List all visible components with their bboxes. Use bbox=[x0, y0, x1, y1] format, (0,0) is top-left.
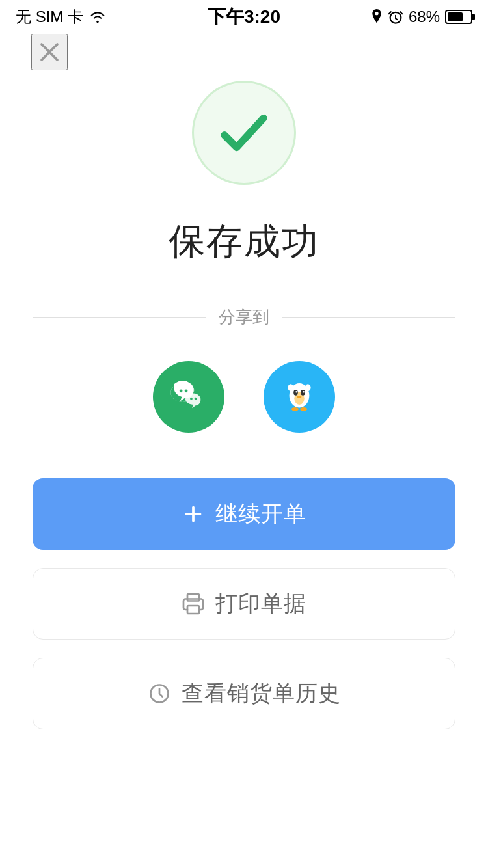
svg-point-12 bbox=[293, 390, 298, 396]
printer-icon bbox=[182, 592, 205, 616]
wechat-share-button[interactable] bbox=[153, 361, 224, 433]
status-bar: 无 SIM 卡 下午3:20 68% bbox=[0, 0, 488, 29]
svg-point-6 bbox=[185, 389, 188, 392]
qq-icon bbox=[278, 375, 321, 418]
qq-share-button[interactable] bbox=[264, 361, 335, 433]
battery-icon bbox=[445, 10, 472, 24]
status-bar-time: 下午3:20 bbox=[208, 5, 280, 29]
history-label: 查看销货单历史 bbox=[182, 679, 341, 709]
svg-rect-23 bbox=[187, 594, 199, 601]
checkmark-icon bbox=[215, 103, 273, 162]
svg-point-17 bbox=[291, 407, 299, 411]
alarm-icon bbox=[388, 9, 403, 25]
svg-point-16 bbox=[297, 396, 302, 398]
history-button[interactable]: 查看销货单历史 bbox=[33, 658, 455, 729]
share-row bbox=[153, 361, 335, 433]
wechat-icon bbox=[167, 375, 210, 418]
share-label: 分享到 bbox=[219, 306, 269, 329]
plus-icon bbox=[182, 502, 205, 526]
continue-order-button[interactable]: 继续开单 bbox=[33, 478, 455, 550]
actions-section: 继续开单 打印单据 查看销货单历史 bbox=[33, 478, 455, 729]
carrier-text: 无 SIM 卡 bbox=[16, 7, 83, 27]
status-bar-right: 68% bbox=[371, 8, 472, 26]
svg-point-20 bbox=[305, 384, 311, 391]
svg-point-15 bbox=[303, 391, 305, 393]
wifi-icon bbox=[88, 10, 107, 24]
print-label: 打印单据 bbox=[215, 589, 306, 619]
status-bar-left: 无 SIM 卡 bbox=[16, 7, 107, 27]
svg-point-7 bbox=[190, 398, 193, 400]
divider-line-left bbox=[33, 317, 206, 318]
divider-line-right bbox=[282, 317, 455, 318]
main-content: 保存成功 分享到 bbox=[0, 29, 488, 868]
svg-point-14 bbox=[295, 391, 297, 393]
clock-icon bbox=[148, 682, 171, 705]
location-icon bbox=[371, 9, 383, 25]
share-divider: 分享到 bbox=[33, 306, 455, 329]
svg-point-8 bbox=[195, 398, 197, 400]
success-icon-circle bbox=[192, 81, 296, 185]
svg-rect-24 bbox=[187, 606, 199, 614]
close-button[interactable] bbox=[31, 34, 68, 70]
continue-order-label: 继续开单 bbox=[215, 499, 306, 529]
print-button[interactable]: 打印单据 bbox=[33, 568, 455, 640]
svg-point-19 bbox=[288, 384, 293, 391]
svg-point-18 bbox=[300, 407, 307, 411]
svg-point-5 bbox=[180, 389, 183, 392]
svg-point-13 bbox=[301, 390, 305, 396]
battery-percent: 68% bbox=[409, 8, 440, 26]
save-success-title: 保存成功 bbox=[169, 217, 319, 267]
